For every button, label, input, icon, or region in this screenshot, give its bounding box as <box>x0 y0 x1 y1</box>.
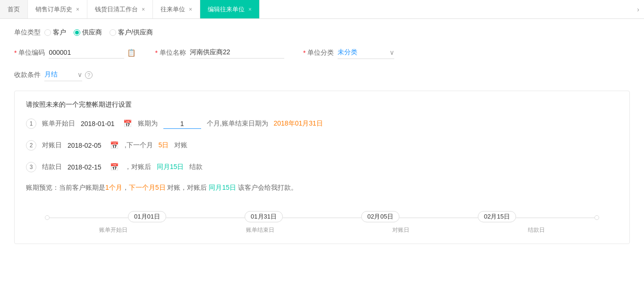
calendar-icon-3[interactable]: 📅 <box>110 163 119 171</box>
timeline-point-2: 01月31日 <box>245 211 283 224</box>
unit-name-label: 单位名称 <box>160 49 186 57</box>
preview-middle2: 对账，对账后 <box>166 184 209 191</box>
radio-customer-label: 客户 <box>53 28 66 37</box>
preview-middle1: ， <box>122 184 129 191</box>
radio-customer-circle <box>44 29 51 36</box>
tab-home[interactable]: 首页 <box>0 0 28 18</box>
step-suffix-3-prefix: ，对账后 <box>125 163 151 171</box>
timeline-start-dot <box>45 215 50 220</box>
step-period-prefix: 账期为 <box>138 119 158 128</box>
unit-category-label: 单位分类 <box>307 49 334 57</box>
step-row-1: 1 账单开始日 2018-01-01 📅 账期为 个月,账单结束日期为 2018… <box>26 118 618 129</box>
unit-code-label: 单位编码 <box>18 49 45 57</box>
timeline-label-3: 对账日 <box>392 226 409 234</box>
period-end-date: 2018年01月31日 <box>274 119 323 128</box>
unit-type-label: 单位类型 <box>14 28 41 37</box>
payment-terms-chevron-icon: ∨ <box>77 71 82 78</box>
step-suffix-3-end: 结款 <box>189 163 203 171</box>
step-num-1: 1 <box>26 118 36 129</box>
preview-part3: 同月15日 <box>209 184 236 191</box>
timeline-container: 01月01日 01月31日 02月05日 02月15日 账单开始日 <box>26 202 618 234</box>
tab-cash-workbench-label: 钱货日清工作台 <box>95 5 138 14</box>
timeline-point-1: 01月01日 <box>128 211 166 224</box>
calendar-icon-2[interactable]: 📅 <box>110 141 119 150</box>
unit-category-select[interactable]: 未分类 ∨ <box>338 46 394 59</box>
unit-type-radio-group: 客户 供应商 客户/供应商 <box>44 28 153 37</box>
step-num-2: 2 <box>26 140 36 151</box>
unit-code-item: * 单位编码 📋 <box>14 47 136 59</box>
timeline-label-2: 账单结束日 <box>246 226 274 234</box>
timeline-labels: 账单开始日 账单结束日 对账日 结款日 <box>31 224 613 234</box>
timeline-date-4: 02月15日 <box>478 211 516 222</box>
tab-sales-history-label: 销售订单历史 <box>35 5 72 14</box>
tab-bar: 首页 销售订单历史 × 钱货日清工作台 × 往来单位 × 编辑往来单位 × › <box>0 0 644 19</box>
payment-terms-select[interactable]: 月结 ∨ <box>44 68 82 81</box>
tab-sales-history[interactable]: 销售订单历史 × <box>28 0 87 18</box>
calendar-icon-1[interactable]: 📅 <box>123 119 132 128</box>
help-icon[interactable]: ? <box>85 71 93 79</box>
radio-supplier[interactable]: 供应商 <box>74 28 102 37</box>
timeline-line-3 <box>283 218 361 218</box>
step-label-1: 账单开始日 <box>42 119 75 128</box>
timeline-end-dot <box>594 215 599 220</box>
main-content: 单位类型 客户 供应商 客户/供应商 * 单位编码 <box>0 19 644 287</box>
radio-customer-supplier[interactable]: 客户/供应商 <box>110 28 153 37</box>
unit-category-value: 未分类 <box>338 48 386 57</box>
unit-type-row: 单位类型 客户 供应商 客户/供应商 <box>14 28 630 37</box>
timeline-date-2: 01月31日 <box>245 211 283 222</box>
preview-part2: 下一个月5日 <box>129 184 166 191</box>
timeline: 01月01日 01月31日 02月05日 02月15日 <box>31 202 613 224</box>
step-date-3: 2018-02-15 <box>68 163 102 171</box>
radio-customer-supplier-label: 客户/供应商 <box>118 28 153 37</box>
tab-cash-workbench[interactable]: 钱货日清工作台 × <box>87 0 153 18</box>
chevron-down-icon: ∨ <box>390 49 394 56</box>
unit-name-item: * 单位名称 <box>155 47 284 59</box>
step-date-2: 2018-02-05 <box>68 142 102 149</box>
timeline-line-5 <box>516 218 594 218</box>
timeline-line-2 <box>166 218 245 218</box>
payment-terms-value: 月结 <box>44 70 74 79</box>
timeline-label-1: 账单开始日 <box>99 226 127 234</box>
tab-counterparty[interactable]: 往来单位 × <box>153 0 200 18</box>
tab-home-label: 首页 <box>8 5 20 14</box>
unit-category-required: * <box>303 49 305 57</box>
unit-name-input[interactable] <box>190 47 284 59</box>
timeline-label-4: 结款日 <box>528 226 545 234</box>
step-suffix-2-end: 对账 <box>174 141 187 150</box>
radio-supplier-label: 供应商 <box>82 28 102 37</box>
step-num-3: 3 <box>26 162 36 172</box>
timeline-point-4: 02月15日 <box>478 211 516 224</box>
radio-customer-supplier-circle <box>110 29 116 36</box>
unit-type-item: 单位类型 客户 供应商 客户/供应商 <box>14 28 153 37</box>
timeline-point-3: 02月05日 <box>361 211 399 224</box>
timeline-line-4 <box>399 218 478 218</box>
tab-more-button[interactable]: › <box>632 0 644 18</box>
unit-category-item: * 单位分类 未分类 ∨ <box>303 46 394 59</box>
preview-suffix: 该客户会给我打款。 <box>236 184 297 191</box>
step-suffix-2-prefix: ,下一个月 <box>125 141 153 150</box>
step-suffix-2-highlight: 5日 <box>159 141 169 150</box>
tab-edit-counterparty-label: 编辑往来单位 <box>208 5 245 14</box>
step-date-1: 2018-01-01 <box>81 120 115 127</box>
unit-code-input[interactable] <box>49 47 124 59</box>
settings-section: 请按照未来的一个完整帐期进行设置 1 账单开始日 2018-01-01 📅 账期… <box>14 91 630 244</box>
tab-edit-counterparty-close[interactable]: × <box>248 6 252 13</box>
timeline-date-3: 02月05日 <box>361 211 399 222</box>
preview-part1: 1个月 <box>105 184 122 191</box>
tab-edit-counterparty[interactable]: 编辑往来单位 × <box>200 0 260 18</box>
payment-terms-row: 收款条件 月结 ∨ ? <box>14 68 630 81</box>
step-row-3: 3 结款日 2018-02-15 📅 ，对账后 同月15日 结款 <box>26 162 618 172</box>
step-row-2: 2 对账日 2018-02-05 📅 ,下一个月5日 对账 <box>26 140 618 151</box>
radio-supplier-circle <box>74 29 80 36</box>
step-label-3: 结款日 <box>42 163 62 171</box>
period-input[interactable] <box>163 119 201 129</box>
unit-code-copy-icon[interactable]: 📋 <box>127 49 136 57</box>
tab-counterparty-label: 往来单位 <box>161 5 185 14</box>
tab-cash-workbench-close[interactable]: × <box>142 6 145 13</box>
tab-sales-history-close[interactable]: × <box>76 6 79 13</box>
radio-customer[interactable]: 客户 <box>44 28 66 37</box>
payment-terms-label: 收款条件 <box>14 71 41 79</box>
preview-prefix: 账期预览：当前客户账期是 <box>26 184 105 191</box>
tab-counterparty-close[interactable]: × <box>189 6 192 13</box>
timeline-line-1 <box>50 218 128 218</box>
